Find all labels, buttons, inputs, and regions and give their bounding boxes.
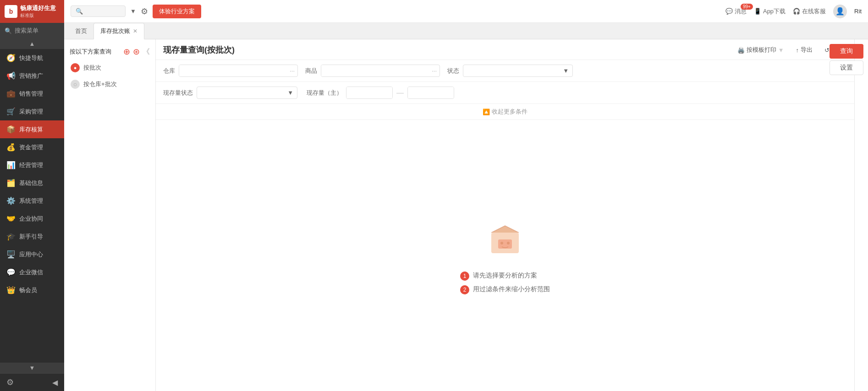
query-btn[interactable]: 查询	[830, 44, 854, 59]
company-info: 畅康通好生意 标准版	[20, 4, 56, 19]
inventory-qty-min-input[interactable]	[346, 87, 392, 98]
topbar-search[interactable]: 🔍	[71, 5, 126, 17]
inventory-icon: 📦	[6, 125, 16, 134]
inventory-status-select[interactable]: ▼	[197, 87, 297, 99]
warehouse-input[interactable]	[179, 65, 287, 76]
filter-panel-label: 按以下方案查询	[70, 48, 111, 56]
inventory-qty-max-input[interactable]	[408, 87, 454, 98]
collab-icon: 🤝	[6, 214, 16, 223]
collapse-row[interactable]: 🔼 收起更多条件	[156, 104, 854, 120]
sidebar-item-newbie[interactable]: 🎓 新手引导	[0, 228, 64, 245]
avatar-icon: 👤	[835, 7, 845, 16]
user-name: Rit	[854, 8, 862, 15]
filter-row-1: 仓库 ··· 商品 ··· 状态	[156, 60, 854, 82]
tip-1-text: 请先选择要分析的方案	[473, 272, 537, 280]
tab-close-btn[interactable]: ✕	[133, 28, 137, 34]
tip-2-num: 2	[460, 285, 469, 294]
filter-item-by-warehouse-batch[interactable]: ○ 按仓库+批次	[64, 76, 155, 92]
sidebar-item-sales[interactable]: 💼 销售管理	[0, 85, 64, 103]
online-service-btn[interactable]: 🎧 在线客服	[793, 7, 826, 16]
sidebar-header: b 畅康通好生意 标准版	[0, 0, 64, 23]
add-filter-icon[interactable]: ⊕	[123, 47, 130, 57]
topbar-gear-icon[interactable]: ⚙	[141, 6, 148, 16]
sidebar-item-label: 企业协同	[19, 215, 43, 223]
topbar-search-icon: 🔍	[76, 8, 83, 15]
tab-batch-account[interactable]: 库存批次账 ✕	[93, 23, 144, 39]
newbie-icon: 🎓	[6, 232, 16, 241]
main-content: 现存量查询(按批次) 🖨️ 按模板打印 ▼ ↑ 导出 ↺ 刷新	[156, 39, 854, 391]
topbar-dropdown[interactable]: ▼	[130, 8, 136, 15]
topbar: 🔍 ▼ ⚙ 体验行业方案 💬 消息 99+ 📱 App下载 🎧 在线客服 👤	[64, 0, 868, 23]
search-menu[interactable]: 🔍 搜索菜单	[0, 23, 64, 38]
export-icon: ↑	[796, 47, 799, 54]
sidebar-item-member[interactable]: 👑 畅会员	[0, 281, 64, 299]
logo-icon: b	[5, 5, 17, 18]
inventory-qty-min-wrap	[346, 87, 393, 99]
user-avatar[interactable]: 👤	[833, 5, 847, 18]
settings-footer-icon[interactable]: ⚙	[6, 377, 14, 387]
quick-nav-icon: 🧭	[6, 54, 16, 62]
member-icon: 👑	[6, 286, 16, 294]
purchase-icon: 🛒	[6, 107, 16, 116]
sales-icon: 💼	[6, 89, 16, 98]
ops-icon: 📊	[6, 161, 16, 169]
message-btn[interactable]: 💬 消息 99+	[725, 7, 747, 16]
sidebar-item-label: 销售管理	[19, 90, 43, 98]
tip-2-text: 用过滤条件来缩小分析范围	[473, 285, 550, 293]
sidebar-item-basic[interactable]: 🗂️ 基础信息	[0, 174, 64, 192]
tabs-bar: 首页 库存批次账 ✕	[64, 23, 868, 39]
sidebar-item-inventory[interactable]: 📦 库存核算	[0, 120, 64, 138]
product-input[interactable]	[321, 65, 429, 76]
warehouse-label: 仓库	[163, 67, 175, 75]
sidebar-item-marketing[interactable]: 📢 营销推广	[0, 67, 64, 85]
filter-item-label: 按仓库+批次	[83, 80, 117, 88]
sidebar-item-collab[interactable]: 🤝 企业协同	[0, 210, 64, 228]
tab-home[interactable]: 首页	[69, 23, 93, 39]
sidebar-item-ops[interactable]: 📊 经营管理	[0, 156, 64, 174]
settings-btn[interactable]: 设置	[830, 60, 854, 75]
sidebar-item-purchase[interactable]: 🛒 采购管理	[0, 103, 64, 120]
empty-illustration	[482, 217, 528, 262]
sidebar-item-apps[interactable]: 🖥️ 应用中心	[0, 245, 64, 263]
inventory-status-label: 现存量状态	[163, 89, 193, 97]
export-btn[interactable]: ↑ 导出	[792, 44, 817, 56]
warehouse-more-icon[interactable]: ···	[287, 67, 297, 74]
sidebar-item-label: 应用中心	[19, 250, 43, 259]
experience-btn[interactable]: 体验行业方案	[153, 5, 201, 18]
search-menu-label: 搜索菜单	[15, 27, 38, 35]
basic-icon: 🗂️	[6, 179, 16, 187]
content-area: 按以下方案查询 ⊕ ⊛ 《 ● 按批次 ○ 按仓库+批次 现存量查询(按批次)	[64, 39, 868, 391]
sidebar-item-label: 快捷导航	[19, 54, 43, 62]
filter-settings-icon[interactable]: ⊛	[133, 47, 140, 57]
print-btn[interactable]: 🖨️ 按模板打印 ▼	[734, 44, 788, 56]
sidebar-item-system[interactable]: ⚙️ 系统管理	[0, 192, 64, 210]
status-select[interactable]: ▼	[463, 65, 573, 77]
wechat-icon: 💬	[6, 268, 16, 277]
svg-point-6	[507, 242, 510, 244]
product-field: 商品 ···	[305, 65, 440, 77]
product-more-icon[interactable]: ···	[429, 67, 439, 74]
marketing-icon: 📢	[6, 71, 16, 80]
filter-dot-active: ●	[71, 63, 80, 72]
search-icon: 🔍	[5, 27, 12, 34]
sidebar-item-quick-nav[interactable]: 🧭 快捷导航	[0, 49, 64, 67]
sidebar-item-wechat[interactable]: 💬 企业微信	[0, 263, 64, 281]
topbar-actions: 💬 消息 99+ 📱 App下载 🎧 在线客服 👤 Rit	[725, 5, 862, 18]
tip-1-num: 1	[460, 272, 469, 281]
version-label: 标准版	[20, 12, 56, 19]
collapse-sidebar-icon[interactable]: ◀	[52, 378, 58, 387]
status-label: 状态	[447, 67, 459, 75]
filter-item-by-batch[interactable]: ● 按批次	[64, 60, 155, 76]
apps-icon: 🖥️	[6, 250, 16, 259]
scroll-up-btn[interactable]: ▲	[0, 38, 64, 49]
print-dropdown-icon[interactable]: ▼	[778, 47, 784, 54]
sidebar-item-label: 资金管理	[19, 143, 43, 152]
main-area: 🔍 ▼ ⚙ 体验行业方案 💬 消息 99+ 📱 App下载 🎧 在线客服 👤	[64, 0, 868, 391]
collapse-filter-icon[interactable]: 《	[143, 47, 150, 57]
sidebar-item-label: 经营管理	[19, 161, 43, 169]
page-title: 现存量查询(按批次)	[163, 44, 235, 55]
message-icon: 💬	[725, 8, 733, 15]
scroll-down-btn[interactable]: ▼	[0, 363, 64, 373]
app-download-btn[interactable]: 📱 App下载	[754, 7, 786, 16]
sidebar-item-finance[interactable]: 💰 资金管理	[0, 138, 64, 156]
